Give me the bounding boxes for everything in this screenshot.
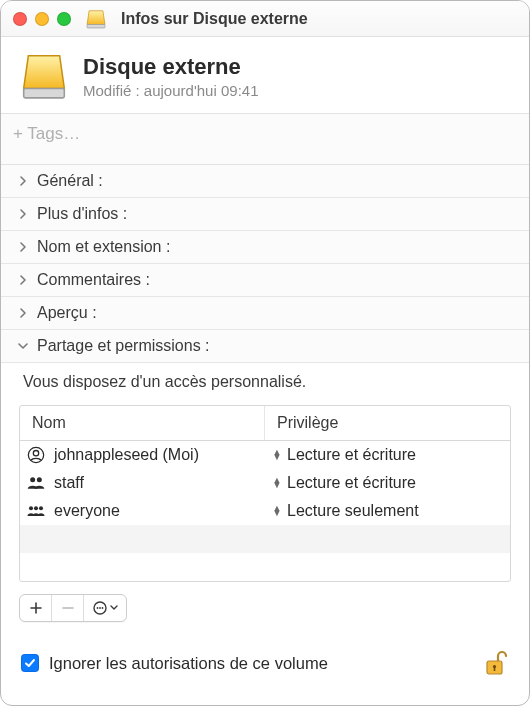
- stepper-icon[interactable]: ▲▼: [271, 506, 283, 516]
- ignore-permissions-row: Ignorer les autorisations de ce volume: [1, 636, 529, 692]
- chevron-down-icon: [17, 340, 29, 352]
- minimize-icon[interactable]: [35, 12, 49, 26]
- tags-input[interactable]: [1, 114, 529, 165]
- svg-point-8: [39, 506, 43, 510]
- ignore-checkbox[interactable]: [21, 654, 39, 672]
- stepper-icon[interactable]: ▲▼: [271, 450, 283, 460]
- section-permissions[interactable]: Partage et permissions :: [1, 330, 529, 363]
- person-icon: [26, 445, 46, 465]
- section-name-ext[interactable]: Nom et extension :: [1, 231, 529, 264]
- table-row[interactable]: staff ▲▼ Lecture et écriture: [20, 469, 510, 497]
- add-button[interactable]: [20, 595, 52, 621]
- svg-rect-15: [494, 667, 496, 671]
- window-controls: [13, 12, 71, 26]
- chevron-right-icon: [17, 307, 29, 319]
- svg-point-2: [28, 447, 43, 462]
- permissions-toolbar: [19, 594, 127, 622]
- section-general[interactable]: Général :: [1, 165, 529, 198]
- user-name: everyone: [54, 502, 120, 520]
- user-name: staff: [54, 474, 84, 492]
- section-label: Général :: [37, 172, 103, 190]
- table-row[interactable]: everyone ▲▼ Lecture seulement: [20, 497, 510, 525]
- table-row[interactable]: johnappleseed (Moi) ▲▼ Lecture et écritu…: [20, 441, 510, 469]
- svg-point-3: [33, 451, 38, 456]
- drive-icon: [85, 8, 107, 30]
- svg-point-7: [34, 506, 38, 510]
- col-name[interactable]: Nom: [20, 406, 265, 440]
- permissions-message: Vous disposez d'un accès personnalisé.: [23, 373, 511, 391]
- svg-point-10: [97, 607, 99, 609]
- section-preview[interactable]: Aperçu :: [1, 297, 529, 330]
- section-label: Partage et permissions :: [37, 337, 210, 355]
- privilege-value: Lecture seulement: [287, 502, 419, 520]
- drive-icon-large: [19, 51, 69, 101]
- svg-point-6: [29, 506, 33, 510]
- privilege-value: Lecture et écriture: [287, 474, 416, 492]
- privilege-value: Lecture et écriture: [287, 446, 416, 464]
- table-row-empty: [20, 525, 510, 553]
- header-text: Disque externe Modifié : aujourd'hui 09:…: [83, 54, 258, 99]
- svg-rect-0: [87, 24, 105, 27]
- lock-icon[interactable]: [485, 650, 507, 676]
- window-title: Infos sur Disque externe: [121, 10, 308, 28]
- section-label: Aperçu :: [37, 304, 97, 322]
- chevron-right-icon: [17, 241, 29, 253]
- section-comments[interactable]: Commentaires :: [1, 264, 529, 297]
- table-header: Nom Privilège: [20, 406, 510, 441]
- table-row-empty: [20, 553, 510, 581]
- close-icon[interactable]: [13, 12, 27, 26]
- svg-point-5: [37, 477, 42, 482]
- permissions-body: Vous disposez d'un accès personnalisé. N…: [1, 363, 529, 636]
- ignore-label: Ignorer les autorisations de ce volume: [49, 654, 328, 673]
- zoom-icon[interactable]: [57, 12, 71, 26]
- chevron-down-icon: [110, 605, 118, 611]
- info-window: Infos sur Disque externe Disque externe …: [0, 0, 530, 706]
- modified-label: Modifié : aujourd'hui 09:41: [83, 82, 258, 99]
- item-header: Disque externe Modifié : aujourd'hui 09:…: [1, 37, 529, 114]
- chevron-right-icon: [17, 208, 29, 220]
- user-name: johnappleseed (Moi): [54, 446, 199, 464]
- section-label: Commentaires :: [37, 271, 150, 289]
- group-icon: [26, 473, 46, 493]
- svg-point-4: [30, 477, 35, 482]
- svg-rect-1: [24, 89, 65, 98]
- chevron-right-icon: [17, 175, 29, 187]
- remove-button: [52, 595, 84, 621]
- col-privilege[interactable]: Privilège: [265, 406, 510, 440]
- section-label: Nom et extension :: [37, 238, 170, 256]
- permissions-table: Nom Privilège johnappleseed (Moi) ▲▼ Lec…: [19, 405, 511, 582]
- action-menu-button[interactable]: [84, 595, 126, 621]
- chevron-right-icon: [17, 274, 29, 286]
- volume-name: Disque externe: [83, 54, 258, 80]
- section-moreinfo[interactable]: Plus d'infos :: [1, 198, 529, 231]
- group-icon: [26, 501, 46, 521]
- svg-point-12: [102, 607, 104, 609]
- svg-point-11: [99, 607, 101, 609]
- stepper-icon[interactable]: ▲▼: [271, 478, 283, 488]
- titlebar: Infos sur Disque externe: [1, 1, 529, 37]
- section-label: Plus d'infos :: [37, 205, 127, 223]
